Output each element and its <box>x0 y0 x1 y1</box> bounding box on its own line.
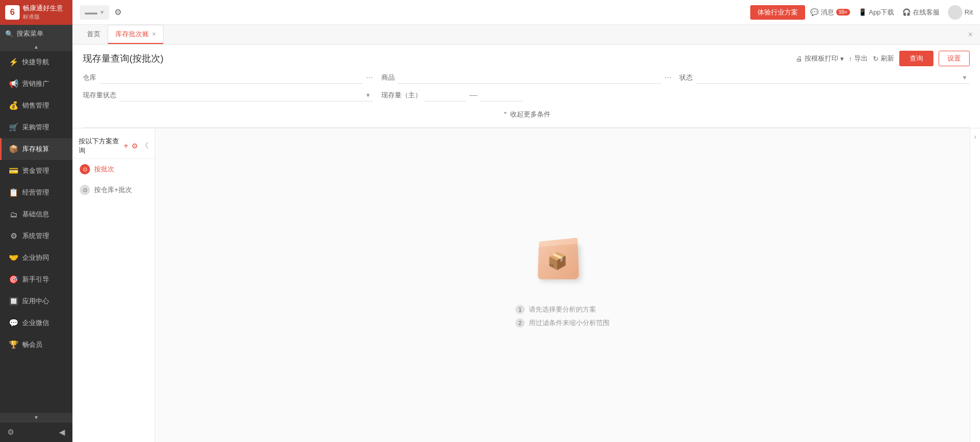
warehouse-dots[interactable]: ··· <box>366 73 373 82</box>
headset-icon: 🎧 <box>902 8 911 16</box>
hint-text-1: 请先选择要分析的方案 <box>529 305 596 314</box>
print-icon: 🖨 <box>796 55 803 63</box>
message-badge: 99+ <box>836 9 850 16</box>
hint-num-2: 2 <box>515 318 525 328</box>
settings-button[interactable]: 设置 <box>939 51 970 66</box>
message-icon: 💬 <box>810 8 819 16</box>
add-scheme-icon[interactable]: + <box>124 141 128 151</box>
search-menu[interactable]: 🔍 搜索菜单 <box>0 25 72 42</box>
topbar-actions: 💬 消息 99+ 📱 App下载 🎧 在线客服 Rit <box>810 5 973 20</box>
nav-icon: 💳 <box>9 166 18 175</box>
sidebar-item-快捷导航[interactable]: ⚡ 快捷导航 <box>0 51 72 73</box>
online-support-action[interactable]: 🎧 在线客服 <box>902 8 940 17</box>
page-header: 现存量查询(按批次) 🖨 按模板打印 ▾ ↑ 导出 ↻ 刷新 <box>72 45 980 128</box>
sidebar-item-营销推广[interactable]: 📢 营销推广 <box>0 73 72 95</box>
tab-inventory-batch[interactable]: 库存批次账 × <box>108 25 164 44</box>
page-title: 现存量查询(按批次) <box>83 52 164 65</box>
nav-label: 基础信息 <box>22 210 49 219</box>
sidebar-item-采购管理[interactable]: 🛒 采购管理 <box>0 116 72 138</box>
empty-box-icon: 📦 <box>538 242 579 279</box>
scheme-item-label: 按批次 <box>94 165 114 174</box>
sidebar-scroll-down[interactable]: ▼ <box>0 413 72 422</box>
breadcrumb: ▬▬ ▾ <box>80 5 109 20</box>
warehouse-input[interactable] <box>99 71 363 84</box>
nav-label: 营销推广 <box>22 79 49 89</box>
tab-close-icon[interactable]: × <box>152 31 156 38</box>
inventory-qty-max-input[interactable] <box>481 89 522 101</box>
body-area: 按以下方案查询 + ⚙ 《 ⊙ 按批次⊙ 按仓库+批次 <box>72 128 980 442</box>
sidebar-item-畅会员[interactable]: 🏆 畅会员 <box>0 334 72 356</box>
print-label: 按模板打印 <box>805 54 838 63</box>
nav-icon: ⚙ <box>9 231 18 241</box>
sidebar-item-资金管理[interactable]: 💳 资金管理 <box>0 160 72 182</box>
product-dots[interactable]: ··· <box>664 73 671 82</box>
user-name: Rit <box>964 8 973 16</box>
sidebar-item-应用中心[interactable]: 🔲 应用中心 <box>0 290 72 312</box>
query-button[interactable]: 查询 <box>899 51 933 66</box>
sidebar-item-企业微信[interactable]: 💬 企业微信 <box>0 312 72 334</box>
nav-label: 新手引导 <box>22 275 49 284</box>
tab-inventory-batch-label: 库存批次账 <box>115 30 149 39</box>
scheme-panel: 按以下方案查询 + ⚙ 《 ⊙ 按批次⊙ 按仓库+批次 <box>72 128 155 442</box>
hint-text-2: 用过滤条件来缩小分析范围 <box>529 318 610 328</box>
sidebar: 6 畅康通好生意 标准版 🔍 搜索菜单 ▲ ⚡ 快捷导航📢 营销推广💰 销售管理… <box>0 0 72 442</box>
settings-gear-icon[interactable]: ⚙ <box>114 7 122 17</box>
product-input[interactable] <box>398 71 661 84</box>
export-action[interactable]: ↑ 导出 <box>849 54 868 63</box>
app-download-action[interactable]: 📱 App下载 <box>858 8 894 17</box>
content-area: 现存量查询(按批次) 🖨 按模板打印 ▾ ↑ 导出 ↻ 刷新 <box>72 45 980 442</box>
refresh-action[interactable]: ↻ 刷新 <box>873 54 894 63</box>
user-profile-action[interactable]: Rit <box>948 5 973 20</box>
nav-label: 畅会员 <box>22 340 42 349</box>
hint-num-1: 1 <box>515 305 525 314</box>
right-close-icon: › <box>974 132 976 141</box>
collapse-sidebar-icon[interactable]: ◀ <box>59 428 65 437</box>
nav-label: 企业微信 <box>22 318 49 328</box>
nav-icon: 🏆 <box>9 340 18 349</box>
inventory-status-select[interactable]: ▾ <box>120 89 373 101</box>
warehouse-filter: 仓库 ··· <box>83 71 373 84</box>
sidebar-item-经营管理[interactable]: 📋 经营管理 <box>0 182 72 203</box>
experience-btn[interactable]: 体验行业方案 <box>750 5 805 20</box>
scheme-settings-icon[interactable]: ⚙ <box>131 142 138 150</box>
scheme-title-actions: + ⚙ 《 <box>124 141 149 151</box>
messages-label: 消息 <box>821 8 834 17</box>
sidebar-item-基础信息[interactable]: 🗂 基础信息 <box>0 203 72 225</box>
sidebar-item-企业协同[interactable]: 🤝 企业协同 <box>0 247 72 269</box>
sidebar-item-系统管理[interactable]: ⚙ 系统管理 <box>0 225 72 247</box>
product-label: 商品 <box>381 73 395 82</box>
scheme-item-label: 按仓库+批次 <box>94 185 132 195</box>
phone-icon: 📱 <box>858 8 867 16</box>
settings-icon[interactable]: ⚙ <box>7 428 14 437</box>
tab-home[interactable]: 首页 <box>80 25 108 44</box>
scheme-item-按仓库+批次[interactable]: ⊙ 按仓库+批次 <box>72 180 155 200</box>
page-actions: 🖨 按模板打印 ▾ ↑ 导出 ↻ 刷新 查询 设置 <box>796 51 970 66</box>
nav-label: 系统管理 <box>22 231 49 241</box>
refresh-label: 刷新 <box>881 54 894 63</box>
nav-icon: 🔲 <box>9 297 18 306</box>
scheme-collapse-icon[interactable]: 《 <box>141 141 149 151</box>
status-select-wrapper[interactable]: ▾ <box>696 71 970 84</box>
nav-label: 应用中心 <box>22 297 49 306</box>
nav-label: 快捷导航 <box>22 57 49 67</box>
scheme-icon: ⊙ <box>80 185 90 195</box>
breadcrumb-text: ▬▬ <box>85 9 97 16</box>
print-action[interactable]: 🖨 按模板打印 ▾ <box>796 54 844 63</box>
status-dropdown-icon: ▾ <box>963 73 967 81</box>
sidebar-item-库存核算[interactable]: 📦 库存核算 <box>0 138 72 160</box>
inventory-qty-min-input[interactable] <box>425 89 466 101</box>
product-filter: 商品 ··· <box>381 71 672 84</box>
export-label: 导出 <box>854 54 868 63</box>
collapse-row[interactable]: ⌃ 收起更多条件 <box>83 107 970 122</box>
sidebar-item-销售管理[interactable]: 💰 销售管理 <box>0 95 72 116</box>
scheme-icon: ⊙ <box>80 164 90 174</box>
right-close-panel[interactable]: › <box>970 128 980 442</box>
tab-close-all-btn[interactable]: × <box>968 30 973 39</box>
sidebar-item-新手引导[interactable]: 🎯 新手引导 <box>0 269 72 290</box>
filter-row-1: 仓库 ··· 商品 ··· 状态 ▾ <box>83 71 970 84</box>
scheme-item-按批次[interactable]: ⊙ 按批次 <box>72 159 155 180</box>
messages-action[interactable]: 💬 消息 99+ <box>810 8 850 17</box>
collapse-icon: ⌃ <box>502 111 508 119</box>
export-icon: ↑ <box>849 55 853 63</box>
sidebar-scroll-up[interactable]: ▲ <box>0 42 72 51</box>
